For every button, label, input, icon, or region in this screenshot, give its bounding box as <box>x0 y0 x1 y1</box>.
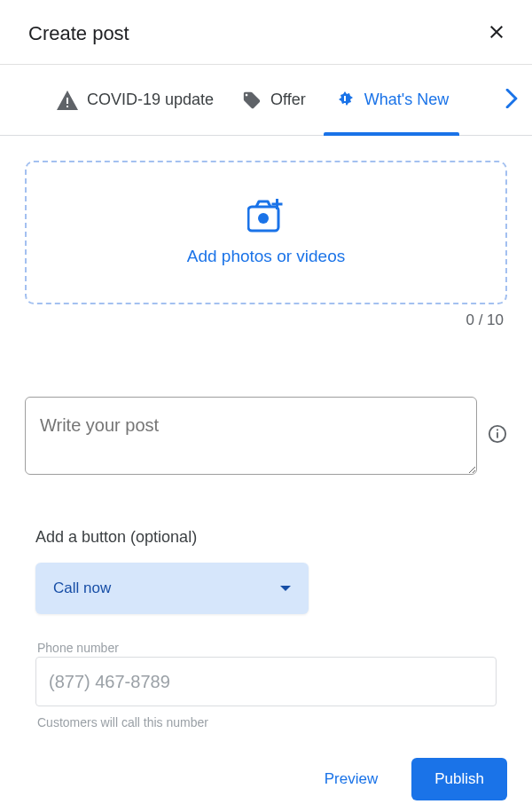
chevron-right-icon <box>505 89 518 108</box>
svg-point-5 <box>258 213 269 224</box>
phone-input[interactable] <box>35 657 497 706</box>
tab-label: What's New <box>364 91 449 109</box>
cta-dropdown[interactable]: Call now <box>35 563 309 614</box>
warning-icon <box>57 91 78 110</box>
close-button[interactable] <box>482 18 511 50</box>
upload-label: Add photos or videos <box>187 247 346 266</box>
dropdown-selected: Call now <box>53 579 111 597</box>
page-title: Create post <box>28 22 129 45</box>
caret-down-icon <box>280 586 291 591</box>
active-tab-indicator <box>324 132 459 136</box>
svg-rect-9 <box>497 432 498 438</box>
svg-rect-7 <box>272 203 283 206</box>
button-section-label: Add a button (optional) <box>35 528 497 547</box>
media-counter: 0 / 10 <box>25 311 507 329</box>
svg-rect-0 <box>66 98 68 104</box>
tab-bar: COVID-19 update Offer What's New <box>0 65 532 136</box>
publish-button[interactable]: Publish <box>411 758 507 800</box>
phone-helper-text: Customers will call this number <box>35 715 497 729</box>
svg-rect-10 <box>497 430 498 431</box>
burst-icon <box>334 90 356 111</box>
svg-rect-2 <box>344 96 346 101</box>
media-upload-zone[interactable]: Add photos or videos <box>25 161 507 304</box>
info-icon <box>488 424 507 444</box>
footer-actions: Preview Publish <box>0 745 532 812</box>
post-row <box>25 397 507 475</box>
tab-offer[interactable]: Offer <box>228 65 320 135</box>
close-icon <box>486 21 507 43</box>
tag-icon <box>242 91 262 110</box>
button-section: Add a button (optional) Call now Phone n… <box>25 528 507 729</box>
tab-label: COVID-19 update <box>87 91 214 109</box>
phone-section: Phone number Customers will call this nu… <box>35 641 497 729</box>
content-area: Add photos or videos 0 / 10 Add a button… <box>0 136 532 729</box>
tab-scroll-right[interactable] <box>498 82 525 119</box>
tab-covid-update[interactable]: COVID-19 update <box>43 65 228 135</box>
dialog-header: Create post <box>0 0 532 64</box>
preview-button[interactable]: Preview <box>312 760 390 799</box>
tab-whats-new[interactable]: What's New <box>320 65 463 135</box>
tab-label: Offer <box>270 91 306 109</box>
info-button[interactable] <box>488 424 507 447</box>
camera-add-icon <box>247 199 285 233</box>
post-textarea[interactable] <box>25 397 477 475</box>
phone-label: Phone number <box>35 641 497 655</box>
svg-rect-3 <box>344 103 346 105</box>
svg-rect-1 <box>66 106 68 107</box>
